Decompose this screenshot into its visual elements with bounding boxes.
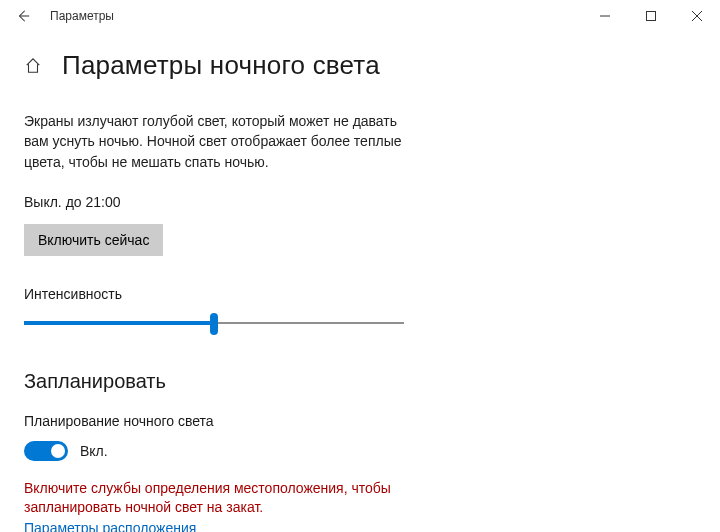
titlebar-left: Параметры [8,7,114,25]
back-button[interactable] [14,7,32,25]
content-area: Параметры ночного света Экраны излучают … [0,32,720,532]
page-title: Параметры ночного света [62,50,380,81]
titlebar: Параметры [0,0,720,32]
toggle-knob [51,444,65,458]
close-icon [692,11,702,21]
location-warning-text: Включите службы определения местоположен… [24,479,444,518]
maximize-button[interactable] [628,1,674,31]
maximize-icon [646,11,656,21]
home-icon [24,57,42,75]
description-text: Экраны излучают голубой свет, который мо… [24,111,424,172]
close-button[interactable] [674,1,720,31]
intensity-slider[interactable] [24,314,404,334]
home-button[interactable] [24,57,42,75]
arrow-left-icon [16,9,30,23]
schedule-toggle-label: Планирование ночного света [24,413,696,429]
header-row: Параметры ночного света [24,50,696,81]
window-controls [582,1,720,31]
minimize-button[interactable] [582,1,628,31]
location-settings-link[interactable]: Параметры расположения [24,520,196,532]
window-title: Параметры [50,9,114,23]
schedule-toggle-row: Вкл. [24,441,696,461]
svg-rect-0 [647,12,656,21]
turn-on-now-button[interactable]: Включить сейчас [24,224,163,256]
minimize-icon [600,11,610,21]
schedule-toggle[interactable] [24,441,68,461]
slider-thumb[interactable] [210,313,218,335]
intensity-label: Интенсивность [24,286,696,302]
toggle-state-text: Вкл. [80,443,108,459]
status-text: Выкл. до 21:00 [24,194,696,210]
slider-fill [24,321,214,325]
schedule-section-title: Запланировать [24,370,696,393]
